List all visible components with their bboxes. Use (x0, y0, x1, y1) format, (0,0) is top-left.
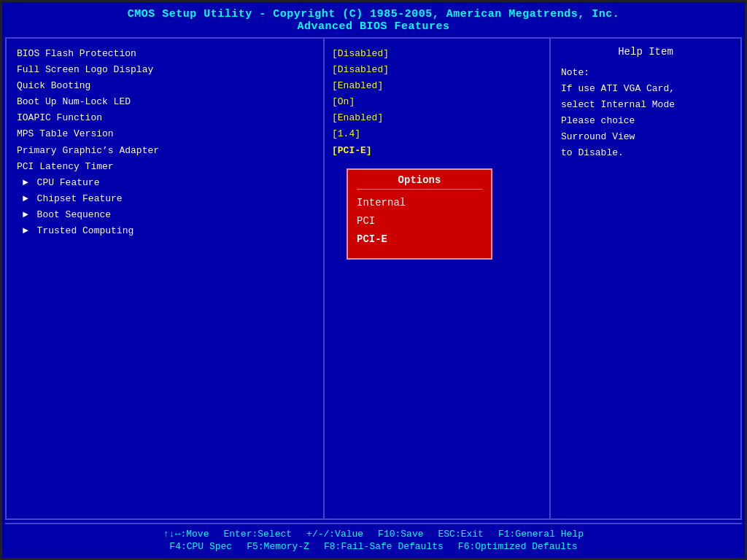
menu-item-quick-boot[interactable]: Quick Booting (17, 78, 313, 94)
hint-f10: F10:Save (378, 529, 423, 540)
menu-item-cpu-feature[interactable]: ► CPU Feature (17, 175, 313, 191)
bottom-bar: ↑↓↔:Move Enter:Select +/-/:Value F10:Sav… (5, 523, 742, 555)
menu-item-logo[interactable]: Full Screen Logo Display (17, 62, 313, 78)
menu-item-pci-latency[interactable]: PCI Latency Timer (17, 159, 313, 175)
right-panel: Help Item Note: If use ATI VGA Card, sel… (551, 39, 740, 518)
menu-item-mps[interactable]: MPS Table Version (17, 126, 313, 142)
title-line1: CMOS Setup Utility - Copyright (C) 1985-… (2, 8, 745, 20)
value-bios-flash: [Disabled] (332, 46, 542, 62)
menu-item-numlock[interactable]: Boot Up Num-Lock LED (17, 94, 313, 110)
value-quick-boot: [Enabled] (332, 78, 542, 94)
value-mps: [1.4] (332, 126, 542, 142)
hint-esc: ESC:Exit (438, 529, 484, 540)
menu-item-boot-seq[interactable]: ► Boot Sequence (17, 207, 313, 223)
hint-f6: F6:Optimized Defaults (458, 541, 578, 552)
menu-item-bios-flash[interactable]: BIOS Flash Protection (17, 46, 313, 62)
bottom-row1: ↑↓↔:Move Enter:Select +/-/:Value F10:Sav… (12, 529, 735, 540)
value-numlock: [On] (332, 94, 542, 110)
dropdown-option-internal[interactable]: Internal (357, 194, 482, 212)
menu-item-primary-graphic[interactable]: Primary Graphic’s Adapter (17, 143, 313, 159)
bios-screen: CMOS Setup Utility - Copyright (C) 1985-… (0, 0, 747, 560)
hint-f1: F1:General Help (498, 529, 584, 540)
title-bar: CMOS Setup Utility - Copyright (C) 1985-… (2, 2, 745, 34)
hint-f4: F4:CPU Spec (169, 541, 232, 552)
help-title: Help Item (561, 46, 730, 58)
hint-value: +/-/:Value (306, 529, 363, 540)
value-primary-graphic[interactable]: [PCI-E] (332, 143, 542, 159)
menu-item-ioapic[interactable]: IOAPIC Function (17, 110, 313, 126)
dropdown-option-pcie[interactable]: PCI-E (357, 230, 482, 249)
value-ioapic: [Enabled] (332, 110, 542, 126)
bottom-row2: F4:CPU Spec F5:Memory-Z F8:Fail-Safe Def… (12, 541, 735, 552)
hint-move: ↑↓↔:Move (163, 529, 209, 540)
menu-item-trusted[interactable]: ► Trusted Computing (17, 223, 313, 239)
hint-select: Enter:Select (223, 529, 292, 540)
title-line2: Advanced BIOS Features (2, 20, 745, 33)
menu-item-chipset[interactable]: ► Chipset Feature (17, 191, 313, 207)
dropdown-option-pci[interactable]: PCI (357, 212, 482, 230)
left-panel: BIOS Flash Protection Full Screen Logo D… (7, 39, 325, 518)
hint-f5: F5:Memory-Z (247, 541, 309, 552)
dropdown-title: Options (357, 174, 482, 190)
help-text: Note: If use ATI VGA Card, select Intern… (561, 65, 730, 162)
hint-f8: F8:Fail-Safe Defaults (324, 541, 444, 552)
dropdown-menu: Options Internal PCI PCI-E (347, 168, 492, 260)
value-logo: [Disabled] (332, 62, 542, 78)
center-panel: [Disabled] [Disabled] [Enabled] [On] [En… (325, 39, 551, 518)
main-content: BIOS Flash Protection Full Screen Logo D… (5, 37, 742, 520)
